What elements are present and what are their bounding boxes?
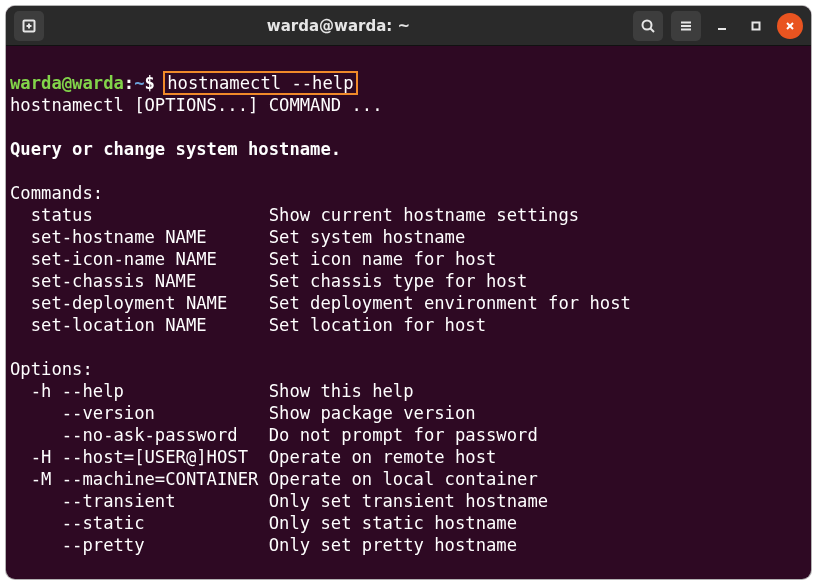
prompt-colon: :: [124, 73, 134, 93]
cmd-line: set-icon-name NAME Set icon name for hos…: [10, 249, 496, 269]
cmd-line: status Show current hostname settings: [10, 205, 579, 225]
svg-line-4: [650, 28, 654, 32]
options-header: Options:: [10, 359, 93, 379]
opt-line: --no-ask-password Do not prompt for pass…: [10, 425, 538, 445]
prompt-user-host: warda@warda: [10, 73, 124, 93]
search-icon: [640, 18, 656, 34]
opt-line: -H --host=[USER@]HOST Operate on remote …: [10, 447, 496, 467]
cmd-line: set-chassis NAME Set chassis type for ho…: [10, 271, 527, 291]
prompt-path: ~: [134, 73, 144, 93]
opt-line: --static Only set static hostname: [10, 513, 517, 533]
cmd-line: set-deployment NAME Set deployment envir…: [10, 293, 631, 313]
command-highlight: hostnamectl --help: [163, 71, 357, 95]
new-tab-button[interactable]: [14, 11, 44, 41]
terminal-window: warda@warda: ~: [6, 6, 811, 579]
terminal-body[interactable]: warda@warda:~$ hostnamectl --help hostna…: [6, 46, 811, 579]
commands-header: Commands:: [10, 183, 103, 203]
window-title: warda@warda: ~: [267, 17, 410, 35]
new-tab-icon: [21, 18, 37, 34]
output-usage: hostnamectl [OPTIONS...] COMMAND ...: [10, 95, 383, 115]
minimize-icon: [716, 20, 728, 32]
opt-line: --pretty Only set pretty hostname: [10, 535, 517, 555]
opt-line: --transient Only set transient hostname: [10, 491, 548, 511]
menu-button[interactable]: [671, 11, 701, 41]
close-button[interactable]: [777, 13, 803, 39]
hamburger-icon: [678, 18, 694, 34]
search-button[interactable]: [633, 11, 663, 41]
opt-line: -M --machine=CONTAINER Operate on local …: [10, 469, 538, 489]
titlebar: warda@warda: ~: [6, 6, 811, 46]
cmd-line: set-location NAME Set location for host: [10, 315, 486, 335]
minimize-button[interactable]: [709, 13, 735, 39]
cmd-line: set-hostname NAME Set system hostname: [10, 227, 465, 247]
svg-point-3: [642, 20, 651, 29]
command-text: hostnamectl --help: [167, 73, 353, 93]
output-desc: Query or change system hostname.: [10, 139, 341, 159]
opt-line: --version Show package version: [10, 403, 476, 423]
maximize-icon: [750, 20, 762, 32]
maximize-button[interactable]: [743, 13, 769, 39]
svg-rect-9: [752, 22, 759, 29]
close-icon: [784, 20, 796, 32]
opt-line: -h --help Show this help: [10, 381, 414, 401]
